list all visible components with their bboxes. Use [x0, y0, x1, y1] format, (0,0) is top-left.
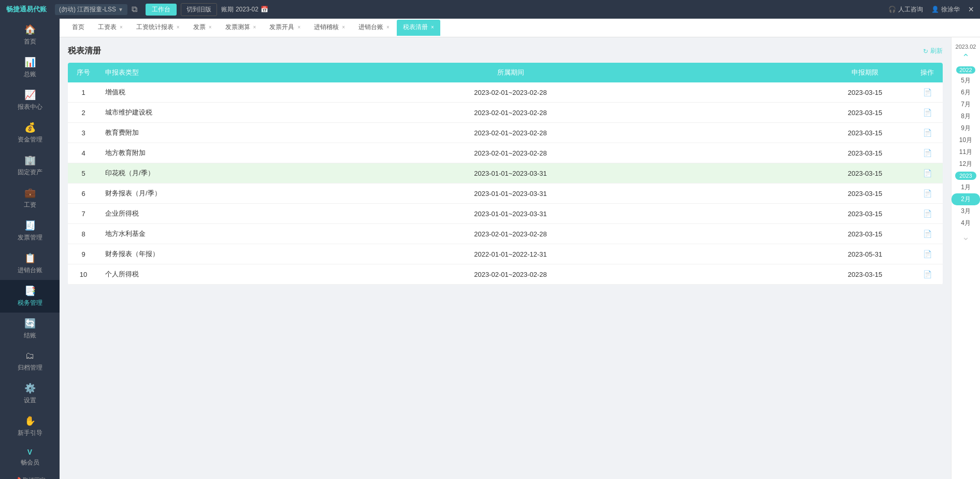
calendar-icon[interactable]: 📅 [261, 6, 268, 13]
cell-action[interactable]: 📄 [912, 224, 943, 244]
col-action: 操作 [912, 63, 943, 82]
tax-table: 序号 申报表类型 所属期间 申报期限 操作 1 增值税 2023-02-01~2… [68, 63, 943, 285]
month-oct[interactable]: 10月 [952, 134, 980, 146]
col-no: 序号 [68, 63, 99, 82]
cell-action[interactable]: 📄 [912, 143, 943, 163]
cell-deadline: 2023-03-15 [818, 264, 912, 285]
file-icon[interactable]: 📄 [923, 209, 932, 218]
page-header: 税表清册 ↻ 刷新 [68, 46, 943, 57]
sidebar-item-archive[interactable]: 🗂 归档管理 [0, 345, 60, 377]
sidebar-item-tax-mgmt[interactable]: 📑 税务管理 [0, 280, 60, 313]
tab-close-icon[interactable]: × [120, 24, 123, 30]
sidebar-item-label: 税务管理 [18, 299, 42, 307]
file-icon[interactable]: 📄 [923, 149, 932, 157]
sidebar-item-ledger[interactable]: 📊 总账 [0, 51, 60, 84]
tab-tax-register[interactable]: 税表清册 × [397, 20, 440, 36]
table-row: 10 个人所得税 2023-02-01~2023-02-28 2023-03-1… [68, 264, 943, 285]
tab-label: 进销台账 [358, 23, 383, 32]
refresh-button[interactable]: ↻ 刷新 [923, 47, 943, 55]
year-2023-label[interactable]: 2023 [955, 172, 976, 180]
company-selector[interactable]: (勿动) 江西报童-LSS ▼ [55, 4, 127, 15]
month-jan[interactable]: 1月 [952, 181, 980, 193]
fixed-assets-icon: 🏢 [24, 154, 36, 166]
month-dec[interactable]: 12月 [952, 158, 980, 170]
panel-period-header: 2023.02 [954, 41, 978, 52]
file-icon[interactable]: 📄 [923, 189, 932, 198]
tab-close-icon[interactable]: × [431, 24, 434, 30]
tab-close-icon[interactable]: × [297, 24, 300, 30]
tab-close-icon[interactable]: × [177, 24, 180, 30]
cell-action[interactable]: 📄 [912, 244, 943, 264]
file-icon[interactable]: 📄 [923, 250, 932, 258]
table-row: 3 教育费附加 2023-02-01~2023-02-28 2023-03-15… [68, 123, 943, 143]
table-row: 2 城市维护建设税 2023-02-01~2023-02-28 2023-03-… [68, 103, 943, 123]
month-feb[interactable]: 2月 [952, 193, 980, 205]
sidebar-item-purchase-ledger[interactable]: 📋 进销台账 [0, 247, 60, 280]
sidebar-item-fund[interactable]: 💰 资金管理 [0, 117, 60, 149]
tab-invoice-open[interactable]: 发票开具 × [263, 20, 307, 36]
month-aug[interactable]: 8月 [952, 110, 980, 122]
sidebar-item-vip[interactable]: V 畅会员 [0, 443, 60, 472]
sidebar-item-salary[interactable]: 💼 工资 [0, 182, 60, 215]
user-service-button[interactable]: 🎧 人工咨询 [888, 5, 923, 14]
month-nov[interactable]: 11月 [952, 146, 980, 158]
month-sep[interactable]: 9月 [952, 122, 980, 134]
cell-type: 地方水利基金 [99, 224, 203, 244]
period-info: 账期 2023-02 📅 [221, 5, 268, 14]
sidebar-item-fixed-assets[interactable]: 🏢 固定资产 [0, 149, 60, 182]
file-icon[interactable]: 📄 [923, 230, 932, 238]
tab-home[interactable]: 首页 [66, 20, 91, 36]
settings-icon: ⚙️ [24, 383, 36, 394]
cell-action[interactable]: 📄 [912, 264, 943, 285]
tab-close-icon[interactable]: × [386, 24, 390, 30]
switch-button[interactable]: 切到旧版 [181, 3, 217, 16]
sidebar-item-settlement[interactable]: 🔄 结账 [0, 313, 60, 345]
year-2022-label[interactable]: 2022 [956, 66, 975, 74]
panel-scroll-down-button[interactable]: ⌄ [962, 231, 970, 243]
sidebar-unpin-button[interactable]: 📌 取消固定 [0, 472, 60, 479]
cell-type: 增值税 [99, 82, 203, 103]
col-period: 所属期间 [203, 63, 818, 82]
tab-close-icon[interactable]: × [342, 24, 345, 30]
tab-close-icon[interactable]: × [253, 24, 256, 30]
tab-close-icon[interactable]: × [209, 24, 212, 30]
sidebar-item-guide[interactable]: ✋ 新手引导 [0, 410, 60, 443]
user-profile-button[interactable]: 👤 徐涂华 [931, 5, 960, 14]
tab-payroll[interactable]: 工资表 × [92, 20, 129, 36]
cell-action[interactable]: 📄 [912, 82, 943, 103]
file-icon[interactable]: 📄 [923, 270, 932, 278]
month-mar[interactable]: 3月 [952, 205, 980, 217]
sidebar-item-report[interactable]: 📈 报表中心 [0, 84, 60, 117]
close-button[interactable]: × [968, 4, 974, 15]
sidebar-item-label: 资金管理 [18, 135, 42, 144]
tab-purchase-account[interactable]: 进销台账 × [352, 20, 396, 36]
workbench-button[interactable]: 工作台 [146, 4, 177, 16]
cell-no: 6 [68, 184, 99, 204]
cell-action[interactable]: 📄 [912, 163, 943, 184]
cell-action[interactable]: 📄 [912, 123, 943, 143]
month-jun[interactable]: 6月 [952, 87, 980, 98]
month-may[interactable]: 5月 [952, 75, 980, 87]
sidebar-item-settings[interactable]: ⚙️ 设置 [0, 377, 60, 410]
tab-invoice-calc[interactable]: 发票测算 × [219, 20, 263, 36]
cell-action[interactable]: 📄 [912, 184, 943, 204]
month-apr[interactable]: 4月 [952, 217, 980, 229]
file-icon[interactable]: 📄 [923, 169, 932, 177]
table-row: 6 财务报表（月/季） 2023-01-01~2023-03-31 2023-0… [68, 184, 943, 204]
month-jul[interactable]: 7月 [952, 98, 980, 110]
vip-icon: V [27, 448, 32, 456]
cell-action[interactable]: 📄 [912, 103, 943, 123]
file-icon[interactable]: 📄 [923, 108, 932, 117]
tab-payroll-stats[interactable]: 工资统计报表 × [130, 20, 186, 36]
cell-type: 教育费附加 [99, 123, 203, 143]
sidebar-item-home[interactable]: 🏠 首页 [0, 19, 60, 51]
table-row: 1 增值税 2023-02-01~2023-02-28 2023-03-15 📄 [68, 82, 943, 103]
tab-invoice[interactable]: 发票 × [187, 20, 218, 36]
file-icon[interactable]: 📄 [923, 129, 932, 137]
table-row: 4 地方教育附加 2023-02-01~2023-02-28 2023-03-1… [68, 143, 943, 163]
tab-purchase-audit[interactable]: 进销稽核 × [308, 20, 351, 36]
cell-action[interactable]: 📄 [912, 204, 943, 224]
file-icon[interactable]: 📄 [923, 88, 932, 96]
panel-scroll-up-button[interactable]: ⌃ [962, 52, 970, 63]
sidebar-item-invoice-mgmt[interactable]: 🧾 发票管理 [0, 215, 60, 247]
